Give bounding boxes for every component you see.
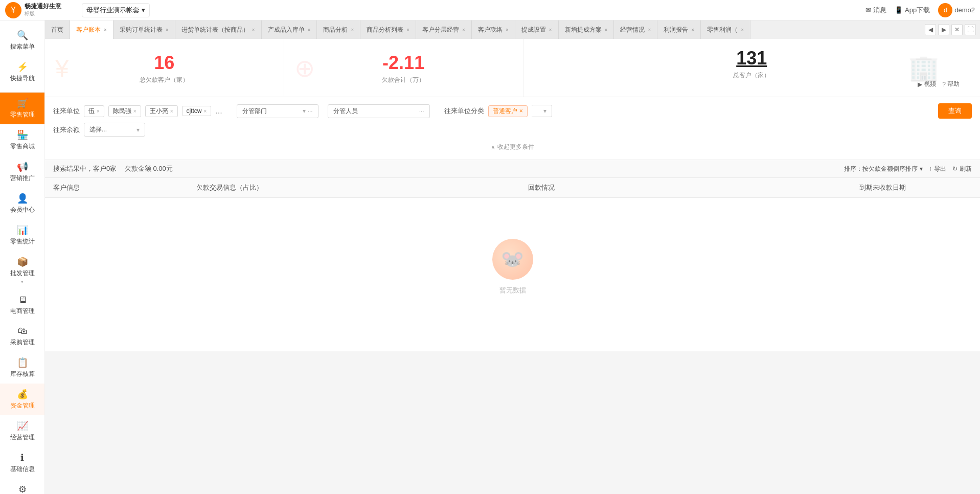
sidebar-retail-mall-label: 零售商城 [10, 142, 35, 151]
sidebar-item-finance[interactable]: 💰 资金管理 [0, 384, 44, 415]
store-selector[interactable]: 母婴行业演示帐套 ▾ [82, 3, 150, 17]
export-button[interactable]: ↑ 导出 [929, 165, 946, 173]
tab-retail-profit[interactable]: 零售利润（ × [701, 20, 750, 39]
close-icon[interactable]: × [462, 27, 465, 33]
balance-select[interactable]: 选择... ▾ [84, 123, 145, 137]
tab-promotion-settings[interactable]: 提成设置 × [515, 20, 559, 39]
close-icon[interactable]: × [104, 27, 107, 33]
tab-customer-capital[interactable]: 客户账本 × [70, 20, 113, 39]
tab-purchase-stats[interactable]: 进货单统计表（按商品） × [175, 20, 262, 39]
empty-state: 🐭 暂无数据 [45, 198, 980, 336]
batch-mgmt-icon: 📦 [17, 256, 28, 267]
sidebar-item-retail-mall[interactable]: 🏪 零售商城 [0, 124, 44, 156]
stat-card-all-customers: 🏢 131 总客户（家） ▶ 视频 ? 帮助 [523, 39, 981, 97]
tab-profit-report[interactable]: 利润报告 × [657, 20, 701, 39]
sort-label: 排序：按欠款金额倒序排序 [844, 165, 918, 173]
sort-dropdown[interactable]: 排序：按欠款金额倒序排序 ▾ [844, 165, 923, 173]
tab-close-all[interactable]: ✕ [951, 24, 963, 35]
app-download-button[interactable]: 📱 App下载 [895, 6, 930, 15]
close-icon[interactable]: × [252, 27, 255, 33]
sidebar-item-system[interactable]: ⚙ 系统管理 [0, 479, 44, 494]
tab-product-instock-label: 产成品入库单 [268, 26, 305, 34]
system-icon: ⚙ [18, 484, 27, 494]
remove-tag-chen[interactable]: × [133, 108, 136, 114]
tab-product-analysis-label: 商品分析 [323, 26, 348, 34]
dept-filter[interactable]: 分管部门 ▾ ··· [237, 104, 318, 118]
person-filter[interactable]: 分管人员 ··· [328, 104, 430, 118]
tab-product-analysis-list[interactable]: 商品分析列表 × [360, 20, 416, 39]
messages-button[interactable]: ✉ 消息 [865, 6, 886, 15]
close-icon[interactable]: × [506, 27, 509, 33]
sidebar-item-inventory[interactable]: 📋 库存核算 [0, 352, 44, 384]
tab-bar: 首页 客户账本 × 采购订单统计表 × 进货单统计表（按商品） × 产成品入库单… [45, 20, 980, 39]
tab-scroll-right[interactable]: ▶ [938, 24, 949, 35]
table-body: 🐭 暂无数据 [45, 198, 980, 351]
sidebar-item-member-center[interactable]: 👤 会员中心 [0, 188, 44, 219]
tab-customer-segment[interactable]: 客户分层经营 × [416, 20, 472, 39]
sidebar-purchase-label: 采购管理 [10, 338, 35, 347]
sidebar-item-quick-nav[interactable]: ⚡ 快捷导航 [0, 56, 44, 88]
retail-mall-icon: 🏪 [17, 129, 28, 141]
sidebar-item-search[interactable]: 🔍 搜索菜单 [0, 25, 44, 56]
tab-maximize[interactable]: ⛶ [965, 24, 976, 35]
refresh-button[interactable]: ↻ 刷新 [952, 165, 972, 173]
category-tag-normal: 普通客户 × [488, 105, 528, 117]
dept-filter-label: 分管部门 [242, 107, 267, 116]
close-icon[interactable]: × [741, 27, 744, 33]
sidebar-operations-label: 经营管理 [10, 433, 35, 442]
close-icon[interactable]: × [549, 27, 552, 33]
sidebar-item-purchase[interactable]: 🛍 采购管理 [0, 321, 44, 352]
sidebar-item-basic-info[interactable]: ℹ 基础信息 [0, 447, 44, 479]
close-icon[interactable]: × [406, 27, 409, 33]
tab-home[interactable]: 首页 [45, 20, 70, 39]
dept-dots-icon: ··· [308, 107, 313, 115]
close-icon[interactable]: × [648, 27, 651, 33]
sidebar-item-marketing[interactable]: 📢 营销推广 [0, 156, 44, 188]
remove-tag-wu[interactable]: × [97, 108, 100, 114]
logo-text-block: 畅捷通好生意 标版 [25, 3, 61, 17]
tab-new-promotion[interactable]: 新增提成方案 × [559, 20, 614, 39]
tab-customer-capital-label: 客户账本 [76, 26, 101, 34]
sidebar-item-operations[interactable]: 📈 经营管理 [0, 415, 44, 447]
user-profile-button[interactable]: d demo2 [938, 3, 975, 17]
tab-home-label: 首页 [51, 26, 63, 34]
tab-scroll-left[interactable]: ◀ [925, 24, 936, 35]
query-button[interactable]: 查询 [938, 103, 972, 119]
tab-purchase-order[interactable]: 采购订单统计表 × [113, 20, 175, 39]
remove-category-tag[interactable]: × [519, 107, 523, 115]
close-icon[interactable]: × [351, 27, 354, 33]
help-btn[interactable]: ? 帮助 [942, 80, 960, 88]
tab-product-analysis[interactable]: 商品分析 × [317, 20, 360, 39]
tab-product-instock[interactable]: 产成品入库单 × [262, 20, 317, 39]
sidebar-item-retail-mgmt[interactable]: 🛒 零售管理 [0, 93, 44, 124]
stat-value-debt: -2.11 [382, 52, 424, 74]
filter-tag-wu: 伍 × [84, 105, 104, 117]
sidebar-item-batch-mgmt[interactable]: 📦 批发管理 ▾ [0, 251, 44, 289]
category-dropdown[interactable]: ▾ [532, 105, 552, 117]
close-icon[interactable]: × [691, 27, 694, 33]
remove-tag-wang[interactable]: × [170, 108, 173, 114]
purchase-icon: 🛍 [18, 326, 27, 336]
category-arrow-icon: ▾ [543, 107, 546, 115]
sidebar-member-center-label: 会员中心 [10, 206, 35, 214]
stats-row: ¥ 16 总欠款客户（家） ⊕ -2.11 欠款合计（万） 🏢 131 总客户（… [45, 39, 980, 97]
sidebar-item-retail-stats[interactable]: 📊 零售统计 [0, 219, 44, 251]
results-actions: 排序：按欠款金额倒序排序 ▾ ↑ 导出 ↻ 刷新 [844, 165, 972, 173]
sidebar-finance-label: 资金管理 [10, 401, 35, 410]
balance-filter-label: 往来余额 [53, 125, 80, 134]
filter-tag-cjttcw: cjttcw × [182, 106, 212, 116]
content-area: 首页 客户账本 × 采购订单统计表 × 进货单统计表（按商品） × 产成品入库单… [45, 20, 980, 494]
tab-operations-status[interactable]: 经营情况 × [614, 20, 657, 39]
sidebar-item-ecommerce[interactable]: 🖥 电商管理 [0, 289, 44, 321]
sidebar-ecommerce-label: 电商管理 [10, 307, 35, 316]
remove-tag-cjttcw[interactable]: × [204, 108, 207, 114]
close-icon[interactable]: × [308, 27, 311, 33]
filter-more-btn[interactable]: ... [215, 106, 222, 116]
operations-icon: 📈 [17, 420, 28, 432]
results-info: 搜索结果中，客户0家 欠款金额 0.00元 [53, 164, 173, 173]
close-icon[interactable]: × [605, 27, 608, 33]
tab-customer-contact[interactable]: 客户联络 × [472, 20, 515, 39]
collapse-button[interactable]: ∧ 收起更多条件 [491, 143, 534, 151]
close-icon[interactable]: × [166, 27, 169, 33]
export-label: 导出 [934, 165, 946, 173]
